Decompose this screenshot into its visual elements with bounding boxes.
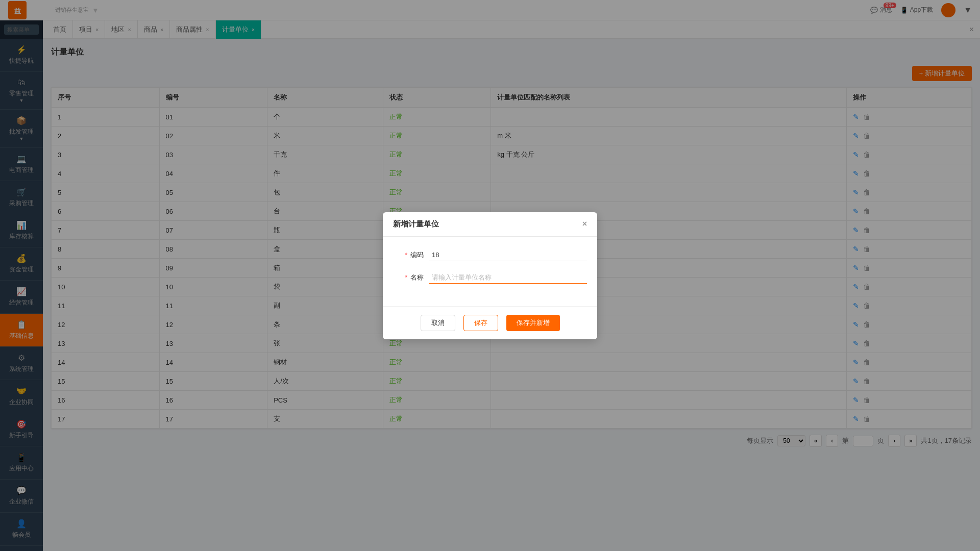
- required-indicator-name: *: [405, 273, 407, 281]
- modal-close-button[interactable]: ×: [582, 219, 587, 229]
- modal-overlay: 新增计量单位 × * 编码 * 名称 取消 保存 保存并新增: [0, 0, 980, 551]
- modal-cancel-button[interactable]: 取消: [421, 315, 455, 331]
- modal-save-new-button[interactable]: 保存并新增: [506, 315, 560, 331]
- form-code-label: * 编码: [393, 251, 424, 260]
- form-name-label: * 名称: [393, 273, 424, 282]
- modal-save-button[interactable]: 保存: [463, 315, 498, 331]
- required-indicator: *: [405, 251, 407, 259]
- modal-code-input[interactable]: [429, 249, 587, 261]
- modal-title: 新增计量单位: [393, 219, 439, 229]
- form-row-code: * 编码: [393, 249, 587, 261]
- modal-body: * 编码 * 名称: [383, 237, 597, 306]
- add-unit-modal: 新增计量单位 × * 编码 * 名称 取消 保存 保存并新增: [383, 212, 597, 339]
- modal-header: 新增计量单位 ×: [383, 212, 597, 237]
- form-row-name: * 名称: [393, 271, 587, 284]
- modal-name-input[interactable]: [429, 271, 587, 284]
- modal-footer: 取消 保存 保存并新增: [383, 306, 597, 339]
